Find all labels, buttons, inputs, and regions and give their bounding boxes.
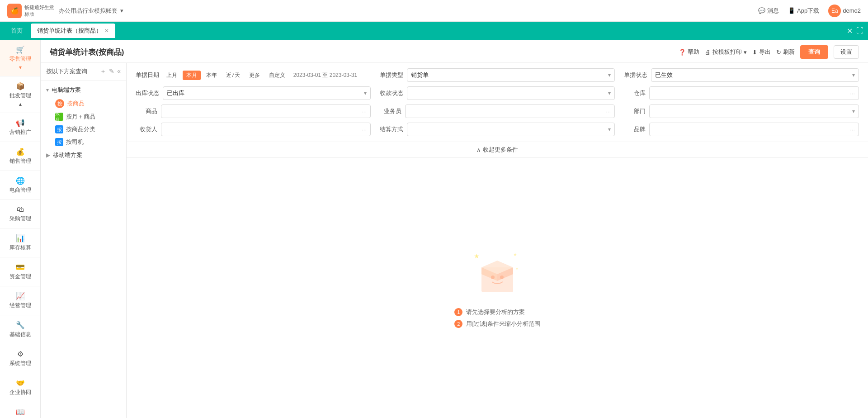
settlement-select[interactable]: ▾ [407,123,615,136]
sidebar-item-operations[interactable]: 📈 经营管理 [0,286,40,315]
department-select[interactable]: ▾ [649,104,859,118]
warehouse-status-select[interactable]: 已出库 ▾ [163,86,371,100]
salesperson-input[interactable]: ··· [405,104,615,118]
empty-step-2: 2 用[过滤]条件来缩小分析范围 [454,320,540,328]
tab-sales-stats[interactable]: 销货单统计表（按商品） ✕ [31,24,115,38]
filter-row-1: 单据日期 上月 本月 本年 近7天 更多 自定义 [136,68,859,82]
user-area[interactable]: Ea demo2 [828,5,861,17]
warehouse-input[interactable]: ··· [649,86,859,100]
sidebar-item-purchase[interactable]: 🛍 采购管理 [0,200,40,228]
header-right: 💬 消息 📱 App下载 Ea demo2 [758,5,861,17]
date-tab-more[interactable]: 更多 [245,71,264,80]
tab-close-window-icon[interactable]: ✕ [847,27,853,35]
brand-input[interactable]: ··· [649,123,859,136]
filter-salesperson: 业务员 ··· [380,104,615,118]
sidebar-basic-label: 基础信息 [9,331,31,338]
svg-text:★: ★ [513,252,517,257]
filter-warehouse-status: 出库状态 已出库 ▾ [136,86,371,100]
export-btn[interactable]: ⬇ 导出 [752,48,771,56]
filter-row-4: 收货人 ··· 结算方式 ▾ [136,123,859,136]
date-tab-custom[interactable]: 自定义 [265,71,289,80]
scheme-by-product[interactable]: 按 按商品 [41,97,126,110]
wholesale-icon: 📦 [16,82,25,90]
warehouse-status-value: 已出库 [167,89,184,97]
tree-mobile[interactable]: ▶ 移动端方案 [41,148,126,162]
breadcrumb-area[interactable]: 办公用品行业模拟账套 ▾ [59,7,123,15]
sidebar: 🛒 零售管理 ▾ 📦 批发管理 ▴ 📢 营销推广 💰 销售管理 🌐 电商管理 🛍… [0,40,41,418]
filter-product: 商品 ··· [136,104,371,118]
filter-warehouse: 仓库 ··· [624,86,859,100]
doc-type-select[interactable]: 销货单 ▾ [407,68,615,82]
doc-status-arrow: ▾ [852,72,855,78]
edit-scheme-btn[interactable]: ✎ [109,67,114,76]
department-label: 部门 [624,107,649,115]
scheme-by-product-label: 按商品 [67,100,85,108]
sidebar-system-label: 系统管理 [9,360,31,367]
query-button[interactable]: 查询 [800,45,828,59]
date-tab-prev-month[interactable]: 上月 [163,71,181,80]
date-label: 单据日期 [136,71,163,79]
collapse-bar[interactable]: ∧ 收起更多条件 [127,142,868,158]
sidebar-item-marketing[interactable]: 📢 营销推广 [0,113,40,142]
panel-header-actions: ＋ ✎ « [100,67,121,76]
scheme-by-category[interactable]: 按 按商品分类 [41,123,126,136]
sidebar-item-basic[interactable]: 🔧 基础信息 [0,315,40,344]
filter-brand: 品牌 ··· [624,123,859,136]
filter-department: 部门 ▾ [624,104,859,118]
add-scheme-btn[interactable]: ＋ [100,67,106,76]
tab-bar: 首页 销货单统计表（按商品） ✕ ✕ ⛶ [0,22,868,40]
warehouse-status-arrow: ▾ [364,90,367,96]
product-input[interactable]: ··· [161,104,371,118]
tree-desktop[interactable]: ▾ 电脑端方案 [41,83,126,97]
desktop-label: 电脑端方案 [52,86,81,94]
tab-close-icon[interactable]: ✕ [104,28,109,34]
date-tab-year[interactable]: 本年 [203,71,221,80]
sidebar-item-wholesale[interactable]: 📦 批发管理 ▴ [0,76,40,113]
print-btn[interactable]: 🖨 按模板打印 ▾ [705,48,747,56]
sidebar-item-finance[interactable]: 💳 资金管理 [0,257,40,286]
svg-text:★: ★ [515,266,519,271]
scheme-label: 按以下方案查询 [46,67,87,76]
recipient-input[interactable]: ··· [161,123,371,136]
sidebar-item-inventory[interactable]: 📊 库存核算 [0,228,40,257]
tab-home-label: 首页 [11,27,23,35]
sidebar-item-sales[interactable]: 💰 销售管理 [0,142,40,171]
tab-home[interactable]: 首页 [5,24,29,38]
print-dropdown-icon[interactable]: ▾ [744,49,747,56]
help-btn[interactable]: ❓ 帮助 [679,48,699,56]
message-btn[interactable]: 💬 消息 [758,7,779,15]
scheme-by-month[interactable]: 按月 按月＋商品 [41,110,126,123]
filter-layout: 按以下方案查询 ＋ ✎ « ▾ 电脑端方案 按 [41,63,868,418]
payment-status-select[interactable]: ▾ [407,86,615,100]
scheme-by-driver[interactable]: 按 按司机 [41,136,126,148]
brand-label: 品牌 [624,125,649,133]
refresh-btn[interactable]: ↻ 刷新 [776,48,795,56]
date-tab-curr-month[interactable]: 本月 [183,71,201,80]
salesperson-label: 业务员 [380,107,405,115]
sidebar-item-retail[interactable]: 🛒 零售管理 ▾ [0,40,40,76]
sidebar-corp-label: 企业协同 [9,389,31,396]
recipient-label: 收货人 [136,125,161,133]
dropdown-icon[interactable]: ▾ [120,7,123,14]
product-label: 商品 [136,107,161,115]
collapse-panel-btn[interactable]: « [117,67,121,76]
sidebar-item-system[interactable]: ⚙ 系统管理 [0,344,40,373]
date-tab-7days[interactable]: 近7天 [222,71,244,80]
doc-type-value: 销货单 [411,71,429,79]
sidebar-item-tutorial[interactable]: 📖 新手引导 [0,402,40,418]
sidebar-item-corp[interactable]: 🤝 企业协同 [0,373,40,402]
app-download-icon: 📱 [788,7,795,14]
doc-status-label: 单据状态 [624,71,651,79]
doc-status-select[interactable]: 已生效 ▾ [651,68,859,82]
logo-area: 🍊 畅捷通好生意 标版 [7,4,54,18]
retail-arrow: ▾ [19,64,22,71]
sidebar-finance-label: 资金管理 [9,273,31,280]
settings-button[interactable]: 设置 [834,45,859,59]
step-1-text: 请先选择要分析的方案 [466,308,525,316]
tab-sales-stats-label: 销货单统计表（按商品） [37,27,102,35]
app-download-btn[interactable]: 📱 App下载 [788,7,819,15]
tab-fullscreen-icon[interactable]: ⛶ [856,27,863,35]
logo-text: 畅捷通好生意 标版 [24,4,54,17]
retail-icon: 🛒 [16,45,25,54]
sidebar-item-ecommerce[interactable]: 🌐 电商管理 [0,171,40,200]
